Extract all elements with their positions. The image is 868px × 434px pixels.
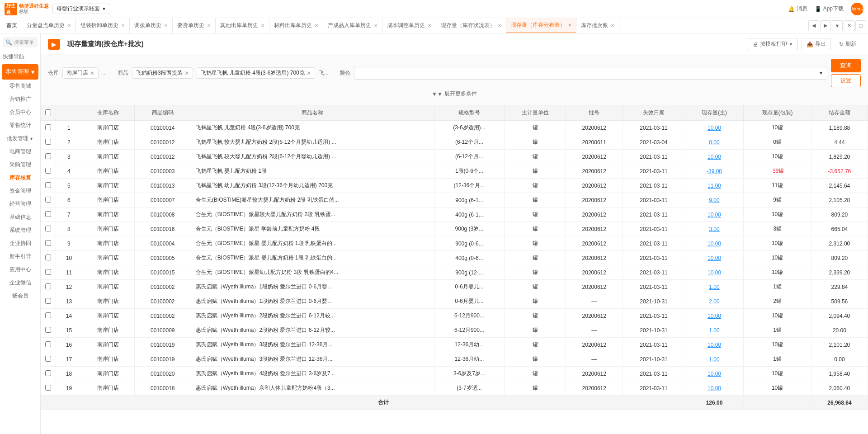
row-qty[interactable]: -39.00 xyxy=(685,164,743,179)
row-qty[interactable]: 0.00 xyxy=(685,135,743,150)
export-button[interactable]: 📤 导出 xyxy=(802,38,831,50)
row-qty[interactable]: 10.00 xyxy=(685,121,743,135)
product-tag-2-close[interactable]: ✕ xyxy=(307,70,311,76)
row-qty[interactable]: 1.00 xyxy=(685,323,743,338)
tab-close-split-stock[interactable]: ✕ xyxy=(67,23,71,28)
tab-close-requisition[interactable]: ✕ xyxy=(207,23,211,28)
row-checkbox-16[interactable] xyxy=(41,338,56,352)
tab-batch-ledger[interactable]: 库存批次账 ✕ xyxy=(576,18,619,33)
tab-close-inventory-dist[interactable]: ✕ xyxy=(568,23,571,28)
tab-close-inventory-status[interactable]: ✕ xyxy=(498,23,501,28)
tab-inventory-dist[interactable]: 现存量（库存分布表） ✕ xyxy=(506,18,576,33)
sidebar-item-purchase[interactable]: 采购管理 xyxy=(0,158,40,171)
tab-transfer[interactable]: 调拨单历史 ✕ xyxy=(130,18,173,33)
row-checkbox-4[interactable] xyxy=(41,164,56,179)
search-menu-button[interactable]: 🔍 搜索菜单 xyxy=(3,37,38,47)
tab-maximize-button[interactable]: □ xyxy=(855,20,866,31)
product-tag-1[interactable]: 飞鹤奶粉3段两提装 ✕ xyxy=(132,67,193,79)
sidebar-item-marketing[interactable]: 营销推广 xyxy=(0,93,40,106)
sidebar-item-retail[interactable]: 零售管理 ▼ xyxy=(2,64,38,80)
avatar[interactable]: demo2 xyxy=(851,3,863,15)
sidebar-item-inventory[interactable]: 库存核算 xyxy=(0,171,40,184)
row-checkbox-11[interactable] xyxy=(41,265,56,280)
sidebar-item-vip[interactable]: 畅会员 xyxy=(0,289,40,302)
tab-close-disassemble[interactable]: ✕ xyxy=(121,23,125,28)
tab-more-button[interactable]: ▼ xyxy=(832,20,843,31)
row-checkbox-2[interactable] xyxy=(41,135,56,150)
message-button[interactable]: 🔔 消息 xyxy=(788,5,807,13)
sidebar-item-guide[interactable]: 新手引导 xyxy=(0,250,40,263)
sidebar-item-system[interactable]: 系统管理 xyxy=(0,224,40,237)
row-qty[interactable]: 9.00 xyxy=(685,193,743,208)
tab-close-transfer[interactable]: ✕ xyxy=(164,23,168,28)
tab-cost-adjust[interactable]: 成本调整单历史 ✕ xyxy=(382,18,436,33)
row-qty[interactable]: 10.00 xyxy=(685,367,743,381)
row-qty[interactable]: 10.00 xyxy=(685,381,743,396)
select-all-checkbox[interactable] xyxy=(45,109,51,115)
tab-product-in[interactable]: 产成品入库单历史 ✕ xyxy=(323,18,382,33)
tab-close-batch-ledger[interactable]: ✕ xyxy=(611,23,614,28)
tab-other-out[interactable]: 其他出库单历史 ✕ xyxy=(216,18,269,33)
sidebar-item-enterprise[interactable]: 企业协同 xyxy=(0,237,40,250)
tab-scroll-left-button[interactable]: ◀ xyxy=(808,20,819,31)
row-qty[interactable]: 11.00 xyxy=(685,179,743,193)
row-checkbox-1[interactable] xyxy=(41,121,56,135)
row-checkbox-3[interactable] xyxy=(41,150,56,164)
row-checkbox-14[interactable] xyxy=(41,309,56,323)
th-checkbox[interactable] xyxy=(41,105,56,121)
template-print-button[interactable]: 🖨 按模板打印 ▼ xyxy=(748,38,798,50)
warehouse-tag-nanan[interactable]: 南岸门店 ✕ xyxy=(62,67,99,79)
row-checkbox-10[interactable] xyxy=(41,251,56,265)
sidebar-item-finance[interactable]: 资金管理 xyxy=(0,184,40,198)
row-checkbox-13[interactable] xyxy=(41,294,56,309)
tab-material-out[interactable]: 材料出库单历史 ✕ xyxy=(269,18,323,33)
row-qty[interactable]: 2.00 xyxy=(685,294,743,309)
sidebar-item-retail-stats[interactable]: 零售统计 xyxy=(0,119,40,132)
warehouse-tag-close[interactable]: ✕ xyxy=(90,70,94,76)
row-checkbox-8[interactable] xyxy=(41,222,56,236)
tab-disassemble[interactable]: 组装拆卸单历史 ✕ xyxy=(76,18,130,33)
row-checkbox-9[interactable] xyxy=(41,236,56,251)
sidebar-item-retail-shop[interactable]: 零售商城 xyxy=(0,80,40,93)
row-qty[interactable]: 1.00 xyxy=(685,280,743,294)
color-input[interactable]: ▼ xyxy=(354,67,827,80)
row-qty[interactable]: 10.00 xyxy=(685,208,743,222)
product-tag-1-close[interactable]: ✕ xyxy=(184,70,189,76)
row-checkbox-5[interactable] xyxy=(41,179,56,193)
sidebar-item-wholesale[interactable]: 批发管理 ▼ xyxy=(0,132,40,145)
sidebar-item-operation[interactable]: 经营管理 xyxy=(0,198,40,211)
tab-close-product-in[interactable]: ✕ xyxy=(374,23,377,28)
tab-close-all-button[interactable]: ✕ xyxy=(844,20,854,31)
sidebar-item-ecommerce[interactable]: 电商管理 xyxy=(0,145,40,158)
refresh-button[interactable]: ↻ 刷新 xyxy=(835,38,861,50)
row-qty[interactable]: 3.00 xyxy=(685,222,743,236)
product-tag-2[interactable]: 飞鹤星飞帆 儿童奶粉 4段(3-6岁适用) 700克 ✕ xyxy=(197,67,315,79)
sidebar-item-app-center[interactable]: 应用中心 xyxy=(0,263,40,276)
row-checkbox-12[interactable] xyxy=(41,280,56,294)
tab-home[interactable]: 首页 xyxy=(2,18,22,33)
tab-close-cost-adjust[interactable]: ✕ xyxy=(428,23,431,28)
row-checkbox-18[interactable] xyxy=(41,367,56,381)
expand-filter-button[interactable]: ▶ xyxy=(48,39,60,50)
tab-close-material-out[interactable]: ✕ xyxy=(315,23,318,28)
tab-split-stock[interactable]: 分量盘点单历史 ✕ xyxy=(22,18,76,33)
tab-inventory-status[interactable]: 现存量（库存状况表） ✕ xyxy=(436,18,506,33)
row-qty[interactable]: 10.00 xyxy=(685,265,743,280)
tab-requisition[interactable]: 要货单历史 ✕ xyxy=(173,18,216,33)
settings-button[interactable]: 设置 xyxy=(831,74,861,87)
sidebar-item-enterprise-micro[interactable]: 企业微信 xyxy=(0,276,40,289)
workspace-selector[interactable]: 母婴行业演示账套 ▼ xyxy=(52,4,110,14)
row-qty[interactable]: 10.00 xyxy=(685,150,743,164)
tab-close-other-out[interactable]: ✕ xyxy=(261,23,264,28)
warehouse-more[interactable]: ... xyxy=(102,70,107,76)
sidebar-quick-nav[interactable]: 快捷导航 xyxy=(0,51,40,64)
row-qty[interactable]: 1.00 xyxy=(685,352,743,367)
row-qty[interactable]: 10.00 xyxy=(685,338,743,352)
expand-more-conditions[interactable]: ▼▼ 展开更多条件 xyxy=(48,87,861,100)
row-qty[interactable]: 10.00 xyxy=(685,251,743,265)
query-button[interactable]: 查询 xyxy=(831,59,861,72)
row-qty[interactable]: 10.00 xyxy=(685,309,743,323)
tab-scroll-right-button[interactable]: ▶ xyxy=(820,20,831,31)
row-qty[interactable]: 10.00 xyxy=(685,236,743,251)
row-checkbox-15[interactable] xyxy=(41,323,56,338)
